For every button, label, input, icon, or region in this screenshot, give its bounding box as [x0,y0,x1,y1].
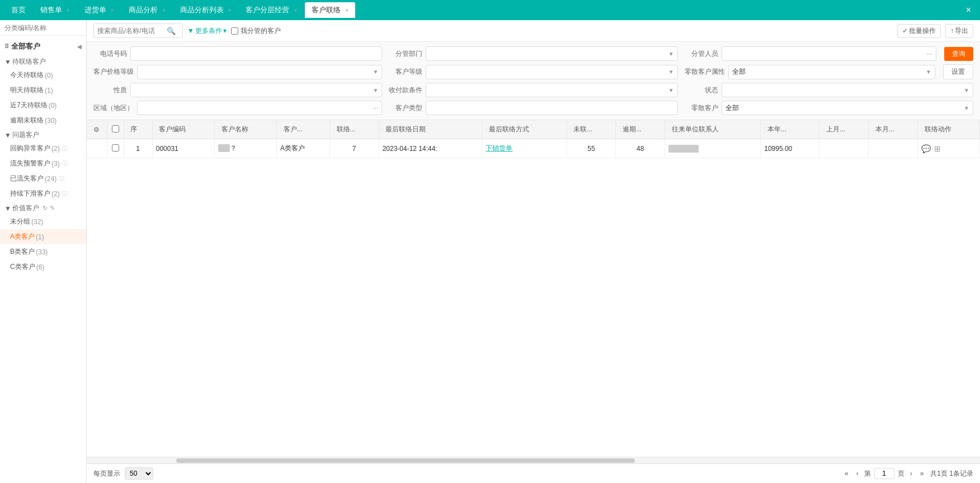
query-button[interactable]: 查询 [944,47,973,61]
sidebar-item-lost[interactable]: 已流失客户 (24) ⓘ [0,171,86,186]
sidebar-item-overdue[interactable]: 逾期未联络 (30) [0,113,86,128]
gear-icon-svg[interactable]: ⚙ [93,126,100,134]
nav-customer-contact[interactable]: 客户联络 × [305,2,355,18]
table-area: ⚙ :序 :客户编码 :客户名称 :客户... :联络... :最后联络日期 :… [87,120,980,457]
col-this-month: :本月... [868,120,917,139]
region-dots: ··· [373,104,378,112]
sidebar-item-lostwarning[interactable]: 流失预警客户 (3) ⓘ [0,156,86,171]
retail-select[interactable]: 全部 ▼ [722,101,973,115]
last-page-button[interactable]: » [918,468,926,479]
my-customers-checkbox-area: 我分管的客户 [231,26,281,36]
payment-select[interactable]: ▼ [426,83,677,97]
top-navigation: 首页 销售单 × 进货单 × 商品分析 × 商品分析列表 × 客户分层经营 × … [0,0,980,20]
window-close-button[interactable]: × [962,5,976,15]
info-icon-lostwarning: ⓘ [62,160,68,168]
nav-sales[interactable]: 销售单 × [34,2,77,18]
sidebar-item-lostwarning-label: 流失预警客户 [10,159,50,168]
filter-row-region: 区域（地区） ··· [93,101,382,115]
status-select[interactable]: ▼ [722,83,973,97]
refresh-icon[interactable]: ↻ [43,205,48,212]
nav-customer-tier[interactable]: 客户分层经营 × [239,2,304,18]
sidebar-item-class-c[interactable]: C类客户 (6) [0,259,86,274]
first-page-button[interactable]: « [842,468,851,479]
batch-ops-button[interactable]: ✓ 批量操作 [897,24,941,38]
per-page-label: 每页显示 [93,469,120,479]
phone-label: 电话号码 [93,49,127,59]
row-actions-cell: 💬 ⊞ [917,139,979,158]
sidebar-item-unclassified-count: (32) [31,218,43,226]
per-page-select[interactable]: 50 100 200 [125,467,153,480]
price-level-select[interactable]: ▼ [137,65,382,79]
page-number-input[interactable] [874,468,894,479]
sidebar-section-pending[interactable]: ▼ 待联络客户 [0,55,86,68]
export-button[interactable]: ↑ 导出 [945,24,973,38]
row-check-cell [107,139,124,158]
nav-product-list-close[interactable]: × [228,7,232,13]
nav-customer-contact-close[interactable]: × [345,7,348,13]
nav-customer-contact-label: 客户联络 [312,5,341,15]
col-name: :客户名称 [214,120,276,139]
sidebar-item-today-count: (0) [45,72,53,79]
phone-input[interactable] [130,46,382,61]
last-method-link[interactable]: 下销货单 [486,144,512,152]
prev-page-button[interactable]: ‹ [854,468,861,479]
filter-search-icon[interactable]: 🔍 [167,27,176,35]
nav-home-label: 首页 [11,5,26,15]
customer-level-select[interactable]: ▼ [426,65,677,79]
chat-action-icon[interactable]: 💬 [921,144,931,153]
pending-title: 待联络客户 [12,57,46,67]
my-customers-checkbox[interactable] [231,27,238,35]
pagination: « ‹ 第 页 › » [842,468,926,479]
customer-type-select[interactable] [426,101,677,115]
sidebar-item-unclassified[interactable]: 未分组 (32) [0,214,86,229]
sidebar-all-customers[interactable]: ⠿ 全部客户 ◀ [0,38,86,55]
sidebar-item-7days[interactable]: 近7天待联络 (0) [0,98,86,113]
sidebar-search-input[interactable] [4,24,87,32]
next-page-button[interactable]: › [908,468,915,479]
edit-value-icon[interactable]: ✎ [50,205,55,212]
sidebar-item-declining[interactable]: 持续下滑客户 (2) ⓘ [0,186,86,201]
retail-attr-select[interactable]: 全部 ▼ [728,65,935,79]
sidebar-item-overdue-label: 逾期未联络 [10,116,44,125]
sidebar-item-tomorrow[interactable]: 明天待联络 (1) [0,83,86,98]
person-select[interactable]: ··· [722,46,936,61]
sidebar-content: ⠿ 全部客户 ◀ ▼ 待联络客户 今天待联络 (0) 明天待联络 (1) 近7天… [0,36,86,483]
nature-select[interactable]: ▼ [130,83,382,97]
sidebar-item-repurchase[interactable]: 回购异常客户 (2) ⓘ [0,141,86,156]
table-select-all[interactable] [112,125,119,132]
my-customers-label: 我分管的客户 [241,26,281,36]
nature-arrow-icon: ▼ [373,87,378,93]
filter-more-button[interactable]: ▼ 更多条件 ▾ [187,26,227,36]
sidebar-section-value[interactable]: ▼ 价值客户 ↻ ✎ [0,201,86,214]
col-last-month: :上月... [819,120,869,139]
sidebar-item-lost-label: 已流失客户 [10,174,44,183]
filter-row-retail-attr: 零散客户属性 全部 ▼ 设置 [685,64,973,79]
sidebar-section-problem[interactable]: ▼ 问题客户 [0,128,86,141]
value-title: 价值客户 [12,203,39,213]
scrollbar-thumb[interactable] [176,458,635,463]
horizontal-scrollbar[interactable] [87,457,980,463]
dept-select[interactable]: ▼ [426,46,677,61]
row-checkbox[interactable] [112,144,119,151]
nav-product-analysis[interactable]: 商品分析 × [122,2,172,18]
col-last-date: :最后联络日期 [379,120,482,139]
nav-customer-tier-close[interactable]: × [294,7,297,13]
nav-purchase[interactable]: 进货单 × [78,2,121,18]
nav-product-analysis-close[interactable]: × [162,7,166,13]
dept-label: 分管部门 [389,49,422,59]
setting-button[interactable]: 设置 [943,64,973,79]
sidebar: 🔍 ⠿ 全部客户 ◀ ▼ 待联络客户 今天待联络 (0) 明天待联络 (1) [0,20,87,483]
row-last-date: 2023-04-12 14:44: [379,139,482,158]
filter-search-input[interactable] [97,27,164,35]
sidebar-item-class-b[interactable]: B类客户 (33) [0,244,86,259]
nav-home[interactable]: 首页 [4,2,32,18]
collapse-icon[interactable]: ◀ [77,44,82,50]
region-select[interactable]: ··· [137,101,382,115]
sidebar-item-today[interactable]: 今天待联络 (0) [0,68,86,83]
nav-product-list[interactable]: 商品分析列表 × [173,2,238,18]
nav-sales-close[interactable]: × [67,7,70,13]
grid-action-icon[interactable]: ⊞ [934,144,941,153]
nav-purchase-close[interactable]: × [111,7,114,13]
sidebar-item-class-a[interactable]: A类客户 (1) [0,229,86,244]
contact-person-blocked: RE . [668,145,698,153]
